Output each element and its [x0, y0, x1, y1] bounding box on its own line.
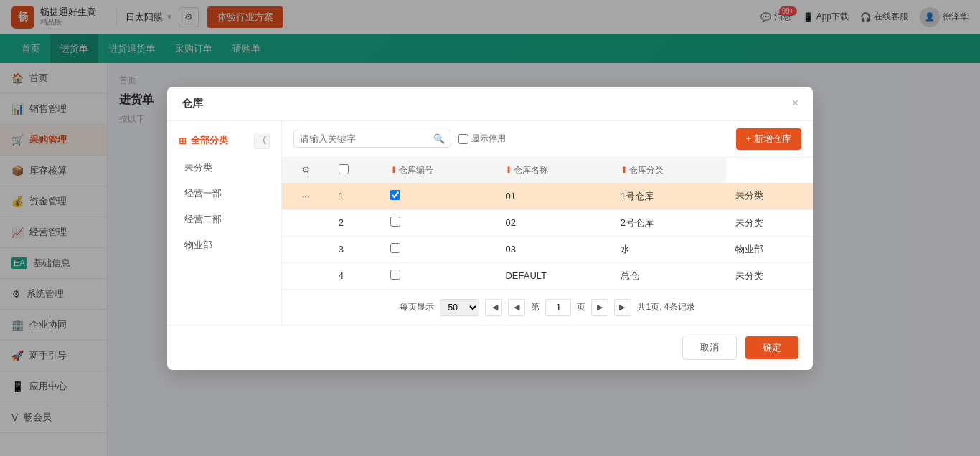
search-input[interactable]	[300, 133, 430, 144]
row-code: 03	[496, 236, 611, 262]
warehouse-table: ⚙ ⬆仓库编号 ⬆仓库名称 ⬆仓库分类 ··· 1	[282, 158, 813, 290]
col-code: ⬆仓库编号	[382, 158, 496, 184]
modal-header: 仓库 ×	[167, 87, 813, 121]
cancel-button[interactable]: 取消	[682, 336, 737, 360]
row-checkbox[interactable]	[390, 243, 400, 253]
row-checkbox[interactable]	[390, 217, 400, 227]
row-checkbox[interactable]	[390, 270, 400, 280]
last-page-button[interactable]: ▶|	[614, 299, 631, 316]
row-name: 水	[612, 236, 727, 262]
col-checkbox	[330, 158, 382, 184]
confirm-button[interactable]: 确定	[745, 336, 798, 359]
grid-icon: ⊞	[179, 136, 187, 146]
collapse-button[interactable]: 《	[254, 133, 270, 149]
search-icon[interactable]: 🔍	[433, 133, 445, 144]
col-settings: ⚙	[282, 158, 330, 184]
row-code: 01	[496, 183, 611, 209]
row-index: 2	[330, 209, 382, 236]
cat-item-ops2[interactable]: 经营二部	[167, 206, 281, 232]
row-actions: ···	[282, 183, 330, 209]
select-all-checkbox[interactable]	[339, 164, 349, 174]
row-name: 1号仓库	[612, 183, 727, 209]
row-index: 1	[330, 183, 382, 209]
first-page-button[interactable]: |◀	[485, 299, 502, 316]
prev-page-button[interactable]: ◀	[508, 299, 525, 316]
warehouse-modal: 仓库 × ⊞ 全部分类 《 未分类 经营一部 经营二部 物业部	[167, 87, 813, 370]
table-row[interactable]: ··· 1 01 1号仓库 未分类	[282, 183, 813, 209]
row-actions	[282, 209, 330, 236]
next-page-button[interactable]: ▶	[591, 299, 608, 316]
table-area: 🔍 显示停用 + 新增仓库 ⚙	[282, 121, 813, 325]
row-category: 未分类	[727, 183, 813, 209]
row-index: 4	[330, 262, 382, 289]
sort-icon-code: ⬆	[390, 165, 397, 175]
col-name: ⬆仓库名称	[496, 158, 611, 184]
table-toolbar: 🔍 显示停用 + 新增仓库	[282, 121, 813, 158]
row-name: 2号仓库	[612, 209, 727, 236]
row-category: 未分类	[727, 209, 813, 236]
all-category-header[interactable]: ⊞ 全部分类 《	[167, 127, 281, 155]
add-warehouse-button[interactable]: + 新增仓库	[736, 128, 801, 150]
modal-title: 仓库	[182, 97, 203, 110]
table-row[interactable]: 4 DEFAULT 总仓 未分类	[282, 262, 813, 289]
page-number-input[interactable]	[545, 299, 571, 316]
cat-item-property[interactable]: 物业部	[167, 232, 281, 258]
row-index: 3	[330, 236, 382, 262]
show-disabled-checkbox[interactable]	[458, 134, 468, 144]
row-name: 总仓	[612, 262, 727, 289]
sort-icon-name: ⬆	[505, 165, 512, 175]
modal-footer: 取消 确定	[167, 325, 813, 370]
search-box: 🔍	[293, 130, 451, 148]
cat-item-ops1[interactable]: 经营一部	[167, 181, 281, 206]
table-row[interactable]: 3 03 水 物业部	[282, 236, 813, 262]
modal-body: ⊞ 全部分类 《 未分类 经营一部 经营二部 物业部 🔍	[167, 121, 813, 325]
row-category: 物业部	[727, 236, 813, 262]
col-category: ⬆仓库分类	[612, 158, 727, 184]
warehouse-data-table: ⚙ ⬆仓库编号 ⬆仓库名称 ⬆仓库分类 ··· 1	[282, 158, 813, 290]
cat-item-unclassified[interactable]: 未分类	[167, 155, 281, 181]
table-row[interactable]: 2 02 2号仓库 未分类	[282, 209, 813, 236]
row-actions	[282, 262, 330, 289]
modal-overlay: 仓库 × ⊞ 全部分类 《 未分类 经营一部 经营二部 物业部	[0, 0, 980, 456]
row-checkbox[interactable]	[390, 190, 400, 200]
table-header-row: ⚙ ⬆仓库编号 ⬆仓库名称 ⬆仓库分类	[282, 158, 813, 184]
row-category: 未分类	[727, 262, 813, 289]
show-disabled-label: 显示停用	[458, 133, 506, 145]
row-code: 02	[496, 209, 611, 236]
row-actions	[282, 236, 330, 262]
sort-icon-category: ⬆	[621, 165, 628, 175]
pagination: 每页显示 50 20 100 |◀ ◀ 第 页 ▶ ▶| 共1页, 4条记录	[282, 290, 813, 325]
row-code: DEFAULT	[496, 262, 611, 289]
per-page-select[interactable]: 50 20 100	[440, 299, 479, 316]
category-sidebar: ⊞ 全部分类 《 未分类 经营一部 经营二部 物业部	[167, 121, 282, 325]
modal-close-button[interactable]: ×	[792, 97, 798, 110]
